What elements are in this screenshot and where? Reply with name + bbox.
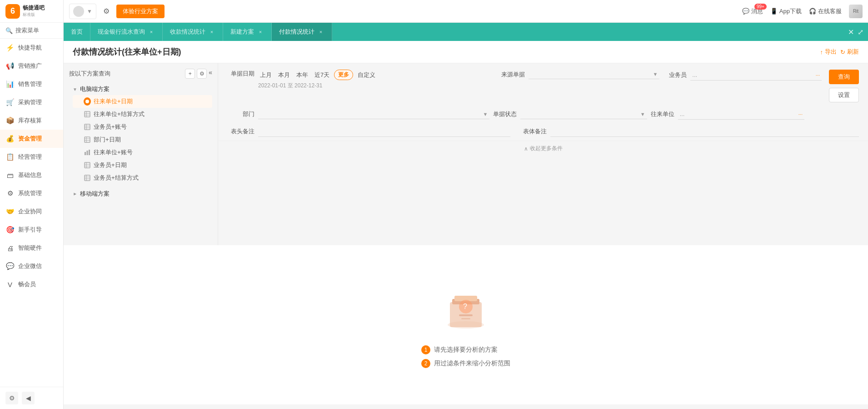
- partner-label: 往来单位: [647, 110, 674, 118]
- export-button[interactable]: ↑ 导出: [820, 48, 837, 56]
- date-btn-this-month[interactable]: 本月: [276, 70, 292, 80]
- topbar-settings-btn[interactable]: ⚙: [100, 5, 113, 18]
- user-info[interactable]: ▼: [69, 4, 96, 19]
- sidebar-item-quick-nav[interactable]: ⚡ 快捷导航: [0, 39, 63, 57]
- table-icon: [84, 162, 91, 169]
- sidebar-item-vip[interactable]: V 畅会员: [0, 275, 63, 293]
- export-icon: ↑: [820, 49, 823, 56]
- sidebar-item-purchase[interactable]: 🛒 采购管理: [0, 93, 63, 111]
- collapse-conditions-btn[interactable]: ∧ 收起更多条件: [218, 141, 868, 156]
- svg-rect-15: [89, 150, 90, 155]
- tab-payment-stats[interactable]: 付款情况统计 ×: [272, 23, 332, 41]
- partner-arrow: ···: [798, 111, 803, 117]
- sidebar-item-inventory[interactable]: 📦 库存核算: [0, 111, 63, 130]
- sidebar-item-guide[interactable]: 🎯 新手引导: [0, 221, 63, 239]
- svg-rect-30: [459, 314, 473, 316]
- scheme-item-label: 往来单位+账号: [94, 148, 133, 157]
- search-menu[interactable]: 🔍 搜索菜单: [0, 23, 63, 39]
- tip-num-1: 1: [421, 345, 430, 354]
- trial-button[interactable]: 体验行业方案: [116, 5, 165, 18]
- tab-bank-flow[interactable]: 现金银行流水查询 ×: [90, 23, 163, 41]
- sidebar-item-operations[interactable]: 📋 经营管理: [0, 148, 63, 166]
- tab-expand-btn[interactable]: ⤢: [858, 28, 863, 36]
- nav-label: 经营管理: [18, 153, 42, 161]
- tab-payment-stats-close[interactable]: ×: [317, 28, 324, 35]
- sidebar-item-basic-info[interactable]: 🗃 基础信息: [0, 166, 63, 184]
- sidebar-item-hardware[interactable]: 🖨 智能硬件: [0, 239, 63, 257]
- sidebar-item-marketing[interactable]: 📢 营销推广: [0, 57, 63, 75]
- tab-close-all-btn[interactable]: ✕: [848, 28, 854, 36]
- operations-icon: 📋: [5, 152, 15, 162]
- tab-new-scheme[interactable]: 新建方案 ×: [223, 23, 272, 41]
- nav-label: 企业协同: [18, 207, 42, 216]
- scheme-item-partner-date[interactable]: 往来单位+日期: [73, 95, 212, 108]
- scheme-item-staff-settle[interactable]: 业务员+结算方式: [73, 172, 212, 184]
- table-header-note-input[interactable]: [258, 126, 510, 137]
- scheme-item-partner-settle[interactable]: 往来单位+结算方式: [73, 108, 212, 121]
- svg-rect-20: [85, 175, 90, 181]
- scheme-item-dept-date[interactable]: 部门+日期: [73, 133, 212, 146]
- sidebar-item-sales[interactable]: 📊 销售管理: [0, 75, 63, 93]
- message-action[interactable]: 💬 消息 99+: [742, 7, 763, 15]
- table-body-note-input[interactable]: [550, 126, 859, 137]
- top-bar: ▼ ⚙ 体验行业方案 💬 消息 99+ 📱 App下载 🎧 在线客服: [64, 0, 868, 23]
- wechat-icon: 💬: [5, 262, 15, 271]
- doc-status-select[interactable]: ▼: [520, 110, 647, 119]
- app-download-action[interactable]: 📱 App下载: [770, 7, 802, 15]
- marketing-icon: 📢: [5, 61, 15, 71]
- svg-rect-16: [85, 162, 90, 168]
- tab-receipt-stats-close[interactable]: ×: [208, 28, 215, 35]
- collapse-chevron-icon: ∧: [524, 146, 528, 152]
- partner-select[interactable]: ... ···: [678, 109, 804, 120]
- tab-bank-flow-close[interactable]: ×: [148, 28, 155, 35]
- user-info-text: ▼: [87, 8, 92, 15]
- settings-config-button[interactable]: 设置: [829, 88, 859, 102]
- scheme-item-partner-account[interactable]: 往来单位+账号: [73, 146, 212, 159]
- collapse-label: 收起更多条件: [530, 145, 563, 152]
- scheme-add-btn[interactable]: +: [185, 69, 195, 79]
- sidebar-item-wechat[interactable]: 💬 企业微信: [0, 257, 63, 275]
- date-btn-custom[interactable]: 自定义: [356, 70, 377, 80]
- date-btn-last-month[interactable]: 上月: [258, 70, 274, 80]
- sidebar-item-finance[interactable]: 💰 资金管理: [0, 130, 63, 148]
- online-service-action[interactable]: 🎧 在线客服: [809, 7, 842, 15]
- scheme-group-desktop-header[interactable]: ▼ 电脑端方案: [69, 83, 212, 95]
- scheme-item-staff-account[interactable]: 业务员+账号: [73, 121, 212, 133]
- tab-new-scheme-close[interactable]: ×: [257, 28, 264, 35]
- refresh-button[interactable]: ↻ 刷新: [840, 48, 859, 56]
- guide-icon: 🎯: [5, 225, 15, 234]
- svg-rect-1: [85, 111, 90, 117]
- date-btn-more[interactable]: 更多: [334, 70, 353, 80]
- dept-select[interactable]: ▼: [258, 110, 489, 119]
- svg-rect-14: [87, 151, 88, 155]
- query-button[interactable]: 查询: [829, 70, 859, 84]
- company-icon: 🤝: [5, 207, 15, 216]
- svg-rect-9: [85, 137, 90, 142]
- salesperson-select[interactable]: ... ···: [690, 70, 822, 81]
- user-thumbnail[interactable]: Rit: [849, 5, 863, 18]
- purchase-icon: 🛒: [5, 98, 15, 107]
- sidebar-item-company[interactable]: 🤝 企业协同: [0, 202, 63, 221]
- nav-label: 智能硬件: [18, 244, 42, 252]
- page-content: 付款情况统计(往来单位+日期) ↑ 导出 ↻ 刷新: [64, 41, 868, 409]
- date-btn-this-year[interactable]: 本年: [294, 70, 310, 80]
- sidebar-item-system[interactable]: ⚙ 系统管理: [0, 184, 63, 202]
- date-btn-last-7[interactable]: 近7天: [313, 70, 331, 80]
- page-header: 付款情况统计(往来单位+日期) ↑ 导出 ↻ 刷新: [64, 41, 868, 63]
- tab-receipt-stats[interactable]: 收款情况统计 ×: [163, 23, 223, 41]
- scheme-settings-btn[interactable]: ⚙: [197, 69, 207, 79]
- table-header-note-label: 表头备注: [227, 127, 254, 136]
- source-doc-select[interactable]: ▼: [529, 70, 660, 79]
- nav-label: 资金管理: [18, 135, 42, 143]
- scheme-item-staff-date[interactable]: 业务员+日期: [73, 159, 212, 172]
- tab-home[interactable]: 首页: [64, 23, 90, 41]
- scheme-collapse-btn[interactable]: «: [209, 69, 212, 79]
- footer-collapse-btn[interactable]: ◀: [22, 392, 35, 404]
- table-icon: [84, 174, 91, 182]
- page-title: 付款情况统计(往来单位+日期): [73, 46, 181, 57]
- scheme-group-mobile-header[interactable]: ▼ 移动端方案: [69, 188, 212, 200]
- nav-label: 畅会员: [18, 280, 36, 288]
- footer-settings-btn[interactable]: ⚙: [5, 392, 18, 404]
- dept-label: 部门: [227, 110, 254, 118]
- sidebar-nav: ⚡ 快捷导航 📢 营销推广 📊 销售管理 🛒 采购管理 📦 库存核算 💰: [0, 39, 63, 387]
